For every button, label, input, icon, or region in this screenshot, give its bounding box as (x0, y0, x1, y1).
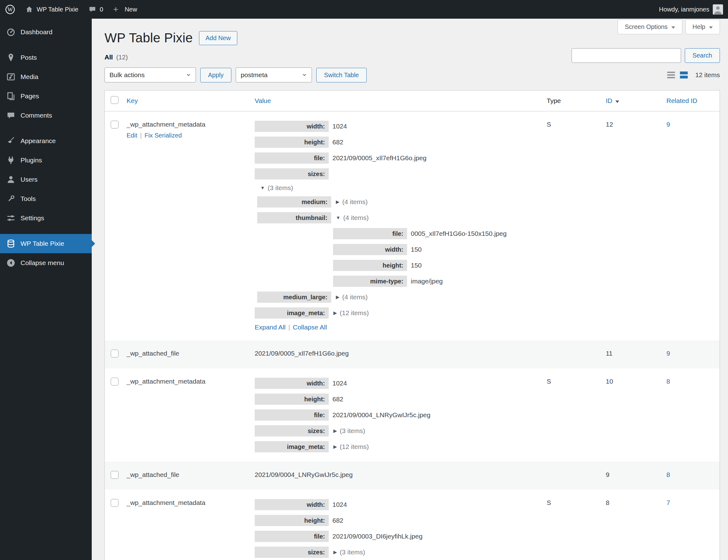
appearance-icon (6, 136, 16, 146)
id-value: 10 (606, 378, 613, 385)
value-line: height:150 (333, 260, 539, 271)
meta-key-pill: file: (255, 531, 329, 542)
new-content-menu[interactable]: + New (108, 0, 142, 19)
related-id-link[interactable]: 9 (666, 350, 670, 357)
meta-key-pill: medium: (257, 196, 331, 208)
help-button[interactable]: Help (685, 20, 720, 34)
collapse-toggle-icon[interactable]: ▼ (336, 214, 341, 221)
admin-menu: DashboardPostsMediaPagesCommentsAppearan… (0, 19, 92, 560)
related-id-link[interactable]: 8 (666, 471, 670, 478)
meta-key-pill: file: (333, 228, 407, 239)
list-view-button[interactable] (666, 70, 676, 80)
expand-collapse-links: Expand All|Collapse All (255, 324, 539, 331)
screen-options-button[interactable]: Screen Options (618, 20, 682, 34)
meta-value: 2021/09/0004_LNRyGwIJr5c.jpeg (333, 411, 430, 419)
expand-toggle-icon[interactable]: ▶ (334, 549, 337, 556)
sidebar-item-tools[interactable]: Tools (0, 189, 92, 208)
excerpt-view-button[interactable] (679, 70, 689, 80)
edit-link[interactable]: Edit (127, 132, 137, 139)
meta-value: 2021/09/0004_LNRyGwIJr5c.jpeg (255, 471, 539, 478)
sidebar-item-label: Plugins (21, 156, 42, 164)
items-count: (4 items) (343, 214, 369, 222)
related-id-link[interactable]: 8 (666, 378, 670, 385)
collapse-all-link[interactable]: Collapse All (293, 324, 327, 331)
help-label: Help (693, 23, 705, 30)
value-line: file:2021/09/0004_LNRyGwIJr5c.jpeg (255, 409, 539, 421)
table-row: _wp_attached_file2021/09/0004_LNRyGwIJr5… (105, 462, 720, 490)
meta-key-pill: thumbnail: (257, 212, 331, 223)
type-value: S (547, 121, 551, 128)
caret-down-icon (709, 26, 713, 29)
row-checkbox[interactable] (111, 499, 119, 507)
sidebar-item-settings[interactable]: Settings (0, 208, 92, 228)
expand-toggle-icon[interactable]: ▶ (334, 310, 337, 316)
value-line: medium_large:▶(4 items) (257, 292, 539, 303)
comments-menu[interactable]: 0 (83, 0, 108, 19)
expand-toggle-icon[interactable]: ▶ (336, 294, 340, 301)
meta-value: 682 (333, 395, 343, 403)
collapse-toggle-icon[interactable]: ▼ (260, 184, 265, 191)
type-value: S (547, 378, 551, 385)
wordpress-menu[interactable]: W (0, 0, 20, 19)
users-icon (6, 175, 16, 184)
expand-all-link[interactable]: Expand All (255, 324, 286, 331)
bulk-actions-select[interactable]: Bulk actions (105, 68, 196, 82)
column-header-id[interactable]: ID (602, 91, 663, 111)
sidebar-item-plugins[interactable]: Plugins (0, 151, 92, 170)
meta-key-pill: height: (255, 394, 329, 405)
related-id-link[interactable]: 7 (666, 499, 670, 506)
select-all-checkbox[interactable] (111, 96, 119, 104)
add-new-button[interactable]: Add New (199, 31, 237, 45)
pushpin-icon (6, 53, 16, 62)
row-checkbox[interactable] (111, 121, 119, 128)
sidebar-item-pages[interactable]: Pages (0, 86, 92, 106)
menu-separator (0, 42, 92, 48)
meta-key-pill: medium_large: (257, 292, 331, 303)
sidebar-item-dashboard[interactable]: Dashboard (0, 22, 92, 42)
sidebar-item-wp-table-pixie[interactable]: WP Table Pixie (0, 234, 92, 253)
table-select[interactable]: postmeta (236, 68, 312, 82)
switch-table-button[interactable]: Switch Table (316, 68, 366, 82)
sidebar-item-appearance[interactable]: Appearance (0, 131, 92, 151)
home-icon (25, 5, 33, 13)
row-checkbox[interactable] (111, 471, 119, 479)
column-header-value[interactable]: Value (251, 91, 543, 111)
search-input[interactable] (572, 48, 681, 63)
sidebar-item-media[interactable]: Media (0, 67, 92, 86)
value-line: file:2021/09/0005_xIl7efH1G6o.jpeg (255, 152, 539, 164)
sidebar-item-users[interactable]: Users (0, 170, 92, 189)
expand-toggle-icon[interactable]: ▶ (336, 198, 340, 205)
value-line: medium:▶(4 items) (257, 196, 539, 208)
apply-button[interactable]: Apply (200, 68, 231, 82)
meta-value: 150 (411, 246, 422, 253)
items-count: 12 items (695, 71, 720, 79)
media-icon (6, 72, 16, 82)
row-checkbox[interactable] (111, 378, 119, 385)
column-header-key[interactable]: Key (123, 91, 251, 111)
column-header-related-id[interactable]: Related ID (663, 91, 720, 111)
screen-meta-links: Screen Options Help (618, 20, 720, 34)
meta-value: 682 (333, 517, 343, 524)
settings-icon (6, 213, 16, 223)
sidebar-item-collapse-menu[interactable]: Collapse menu (0, 253, 92, 273)
sidebar-item-posts[interactable]: Posts (0, 48, 92, 67)
filter-all-label: All (105, 54, 113, 61)
account-menu[interactable]: Howdy, ianmjones (654, 0, 728, 19)
sidebar-item-label: Media (21, 73, 38, 81)
meta-value: 2021/09/0005_xIl7efH1G6o.jpeg (255, 350, 539, 357)
value-line: image_meta:▶(12 items) (255, 307, 539, 319)
search-button[interactable]: Search (685, 48, 720, 63)
sidebar-item-label: WP Table Pixie (21, 240, 64, 247)
sidebar-item-comments[interactable]: Comments (0, 106, 92, 125)
related-id-link[interactable]: 9 (666, 121, 670, 128)
meta-key-pill: file: (255, 152, 329, 164)
row-checkbox[interactable] (111, 350, 119, 357)
screen-options-label: Screen Options (625, 23, 668, 30)
expand-toggle-icon[interactable]: ▶ (334, 443, 337, 450)
expand-toggle-icon[interactable]: ▶ (334, 427, 337, 434)
items-count: (3 items) (340, 548, 365, 556)
menu-separator (0, 125, 92, 131)
site-menu[interactable]: WP Table Pixie (20, 0, 83, 19)
fix-serialized-link[interactable]: Fix Serialized (145, 132, 182, 139)
meta-value: image/jpeg (411, 278, 443, 285)
